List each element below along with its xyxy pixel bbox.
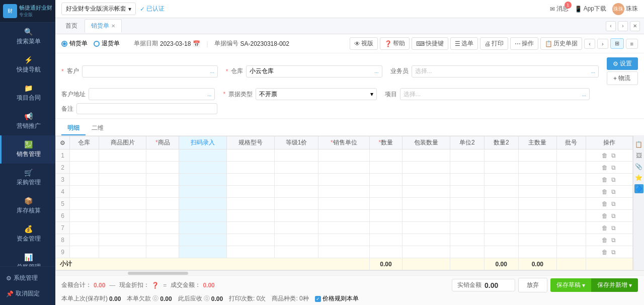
row-7-warehouse[interactable] (70, 222, 99, 234)
row-9-grade-price[interactable] (275, 246, 318, 258)
row-2-spec[interactable] (227, 162, 275, 174)
row-9-copy-icon[interactable]: ⧉ (610, 248, 618, 256)
right-panel-attach-icon[interactable]: 📎 (634, 162, 643, 171)
row-5-qty[interactable] (370, 198, 403, 210)
row-7-img[interactable] (99, 222, 146, 234)
row-4-scan[interactable] (179, 186, 227, 198)
tab-next-button[interactable]: › (618, 21, 628, 31)
row-2-main-qty[interactable] (518, 162, 556, 174)
row-7-pack-qty[interactable] (402, 222, 450, 234)
row-6-grade-price[interactable] (275, 210, 318, 222)
row-2-batch[interactable] (557, 162, 586, 174)
row-7-unit2[interactable] (450, 222, 484, 234)
tab-close-icon[interactable]: ✕ (111, 23, 115, 29)
save-draft-button[interactable]: 保存草稿 ▾ (550, 278, 591, 292)
sidebar-item-快捷导航[interactable]: ⚡快捷导航 (0, 51, 55, 79)
radio-sales-order[interactable]: 销货单 (61, 39, 88, 48)
row-8-scan[interactable] (179, 234, 227, 246)
toolbar-print-btn[interactable]: 🖨打印 (480, 37, 508, 50)
row-2-goods[interactable] (146, 162, 179, 174)
row-7-delete-icon[interactable]: 🗑 (601, 224, 609, 232)
row-6-main-qty[interactable] (518, 210, 556, 222)
row-6-delete-icon[interactable]: 🗑 (601, 212, 609, 220)
row-9-warehouse[interactable] (70, 246, 99, 258)
invoice-select[interactable]: 不开票 ▾ (256, 88, 377, 100)
radio-return-order[interactable]: 退货单 (94, 39, 120, 48)
debt-help-icon[interactable]: ⓪ (152, 294, 158, 303)
row-7-qty2[interactable] (484, 222, 518, 234)
row-1-grade-price[interactable] (275, 149, 318, 162)
price-rule-checkbox[interactable]: ✓ 价格规则本单 (315, 294, 359, 303)
row-6-spec[interactable] (227, 210, 275, 222)
row-5-pack-qty[interactable] (402, 198, 450, 210)
toolbar-grid-view-btn[interactable]: ⊞ (610, 38, 624, 49)
row-6-pack-qty[interactable] (402, 210, 450, 222)
row-4-grade-price[interactable] (275, 186, 318, 198)
user-profile[interactable]: 珠珠 珠珠 (612, 3, 638, 15)
row-3-unit2[interactable] (450, 174, 484, 186)
toolbar-prev-record-btn[interactable]: ‹ (584, 39, 595, 49)
row-9-unit[interactable] (318, 246, 369, 258)
row-3-grade-price[interactable] (275, 174, 318, 186)
row-8-pack-qty[interactable] (402, 234, 450, 246)
row-8-delete-icon[interactable]: 🗑 (601, 236, 609, 244)
row-2-grade-price[interactable] (275, 162, 318, 174)
row-7-main-qty[interactable] (518, 222, 556, 234)
row-4-img[interactable] (99, 186, 146, 198)
row-8-goods[interactable] (146, 234, 179, 246)
row-8-warehouse[interactable] (70, 234, 99, 246)
row-7-copy-icon[interactable]: ⧉ (610, 224, 618, 232)
row-2-qty[interactable] (370, 162, 403, 174)
row-9-batch[interactable] (557, 246, 586, 258)
section-tab-detail[interactable]: 明细 (61, 122, 86, 135)
address-input[interactable]: ... (89, 88, 215, 100)
row-3-unit[interactable] (318, 174, 369, 186)
row-9-goods[interactable] (146, 246, 179, 258)
row-1-unit[interactable] (318, 149, 369, 162)
row-3-img[interactable] (99, 174, 146, 186)
row-7-grade-price[interactable] (275, 222, 318, 234)
sidebar-item-项目合同[interactable]: 📁项目合同 (0, 79, 55, 107)
abandon-button[interactable]: 放弃 (518, 278, 547, 292)
row-8-img[interactable] (99, 234, 146, 246)
toolbar-next-record-btn[interactable]: › (597, 39, 608, 49)
row-6-goods[interactable] (146, 210, 179, 222)
row-8-qty[interactable] (370, 234, 403, 246)
row-6-qty2[interactable] (484, 210, 518, 222)
row-1-goods[interactable] (146, 149, 179, 162)
toolbar-list-view-btn[interactable]: ≡ (626, 39, 638, 49)
toolbar-ops-btn[interactable]: ⋯操作 (510, 37, 538, 50)
sidebar-item-销售管理[interactable]: 💹销售管理 (0, 135, 55, 164)
row-2-warehouse[interactable] (70, 162, 99, 174)
right-panel-img-icon[interactable]: 🖼 (634, 151, 643, 160)
message-button[interactable]: ✉ 消息 1 (550, 5, 569, 13)
row-3-spec[interactable] (227, 174, 275, 186)
sidebar-item-采购管理[interactable]: 🛒采购管理 (0, 164, 55, 192)
row-6-qty[interactable] (370, 210, 403, 222)
row-3-main-qty[interactable] (518, 174, 556, 186)
row-9-spec[interactable] (227, 246, 275, 258)
row-9-img[interactable] (99, 246, 146, 258)
sidebar-bottom-system[interactable]: ⚙ 系统管理 (4, 271, 51, 285)
sidebar-item-搜索菜单[interactable]: 🔍搜索菜单 (0, 23, 55, 51)
right-panel-doc-icon[interactable]: 📋 (634, 140, 643, 149)
row-1-batch[interactable] (557, 149, 586, 162)
row-1-unit2[interactable] (450, 149, 484, 162)
row-9-delete-icon[interactable]: 🗑 (601, 248, 609, 256)
row-8-copy-icon[interactable]: ⧉ (610, 236, 618, 244)
row-4-batch[interactable] (557, 186, 586, 198)
remark-input[interactable] (76, 103, 217, 114)
row-9-qty2[interactable] (484, 246, 518, 258)
row-1-warehouse[interactable] (70, 149, 99, 162)
project-input[interactable]: 选择... ... (400, 88, 590, 100)
row-4-delete-icon[interactable]: 🗑 (601, 188, 609, 196)
row-6-warehouse[interactable] (70, 210, 99, 222)
tab-prev-button[interactable]: ‹ (606, 21, 616, 31)
add-logistics-button[interactable]: + 物流 (607, 71, 638, 85)
row-5-delete-icon[interactable]: 🗑 (601, 200, 609, 208)
row-8-unit[interactable] (318, 234, 369, 246)
row-8-grade-price[interactable] (275, 234, 318, 246)
row-8-unit2[interactable] (450, 234, 484, 246)
settings-button[interactable]: ⚙ 设置 (607, 57, 638, 70)
sidebar-item-总账管理[interactable]: 📊总账管理 (0, 248, 55, 266)
